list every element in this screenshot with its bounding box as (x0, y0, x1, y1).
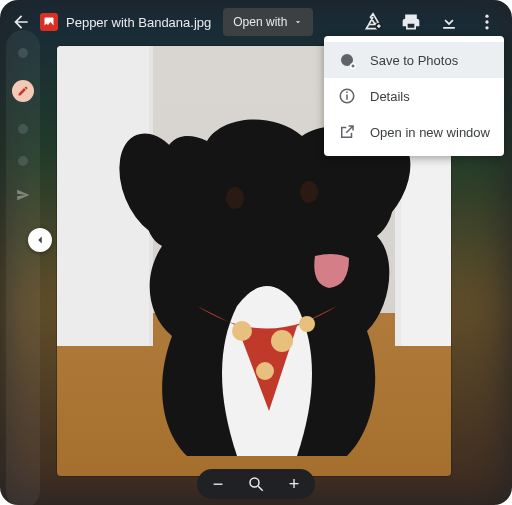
photos-pinwheel-icon (338, 51, 356, 69)
menu-item-open-new-window[interactable]: Open in new window (324, 114, 504, 150)
svg-point-2 (485, 20, 488, 23)
svg-point-16 (300, 181, 318, 203)
svg-point-1 (485, 15, 488, 18)
file-title: Pepper with Bandana.jpg (66, 15, 211, 30)
menu-item-save-to-photos[interactable]: Save to Photos (324, 42, 504, 78)
menu-item-details[interactable]: Details (324, 78, 504, 114)
svg-point-10 (232, 321, 252, 341)
zoom-toolbar: − + (197, 469, 315, 499)
zoom-in-button[interactable]: + (283, 473, 305, 495)
more-options-icon[interactable] (476, 11, 498, 33)
background-app-sidebar (6, 30, 40, 505)
dog-illustration (97, 106, 417, 476)
open-in-new-icon (338, 123, 356, 141)
svg-point-15 (226, 187, 244, 209)
svg-point-12 (256, 362, 274, 380)
svg-rect-6 (346, 95, 348, 100)
more-options-menu: Save to Photos Details Open in new windo… (324, 36, 504, 156)
menu-item-label: Save to Photos (370, 53, 458, 68)
svg-line-18 (258, 486, 263, 491)
image-file-icon (40, 13, 58, 31)
svg-rect-7 (346, 92, 348, 94)
add-to-drive-icon[interactable] (362, 11, 384, 33)
edit-icon (12, 80, 34, 102)
svg-point-3 (485, 26, 488, 29)
svg-point-17 (250, 478, 259, 487)
zoom-out-button[interactable]: − (207, 473, 229, 495)
chevron-down-icon (293, 17, 303, 27)
download-icon[interactable] (438, 11, 460, 33)
sidebar-collapse-button[interactable] (28, 228, 52, 252)
svg-point-11 (271, 330, 293, 352)
menu-item-label: Details (370, 89, 410, 104)
open-with-label: Open with (233, 15, 287, 29)
open-with-dropdown[interactable]: Open with (223, 8, 313, 36)
menu-item-label: Open in new window (370, 125, 490, 140)
svg-point-14 (311, 208, 359, 244)
zoom-reset-icon[interactable] (245, 473, 267, 495)
info-icon (338, 87, 356, 105)
print-icon[interactable] (400, 11, 422, 33)
back-icon[interactable] (10, 11, 32, 33)
svg-point-13 (299, 316, 315, 332)
